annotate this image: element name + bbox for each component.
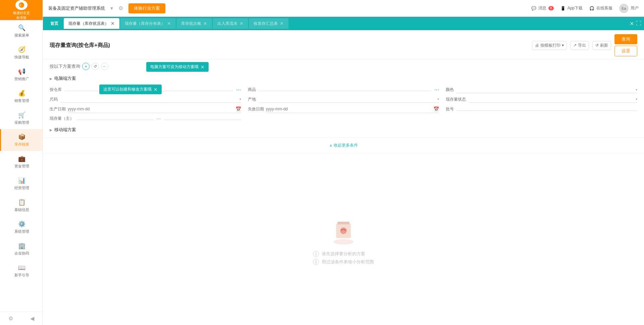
size-label: 尺码 xyxy=(50,97,58,102)
sidebar-item-purchase[interactable]: 🛒 采购管理 xyxy=(0,107,43,129)
filter-arrow-btn[interactable]: ← xyxy=(101,63,108,70)
qty-min-input[interactable] xyxy=(76,117,154,120)
tab-inventory-dist[interactable]: 现存量（库存分布表） ✕ xyxy=(120,18,176,29)
tab-inventory-status-close[interactable]: ✕ xyxy=(111,21,115,26)
sidebar-item-inventory[interactable]: 📦 库存核算 xyxy=(0,129,43,151)
tooltip-scheme-close[interactable]: ✕ xyxy=(201,64,205,70)
settings-bottom-icon[interactable]: ⚙ xyxy=(8,315,13,322)
filter-row-4: 现存量（主） — xyxy=(50,116,637,121)
sidebar-item-sales[interactable]: 💰 销售管理 xyxy=(0,86,43,107)
app-download-item[interactable]: 📱 App下载 xyxy=(560,5,583,11)
origin-filter: 产地 ▾ xyxy=(248,96,439,103)
settings-icon[interactable]: ⚙ xyxy=(118,5,123,11)
warehouse-dots-icon[interactable]: ··· xyxy=(236,86,241,93)
sidebar-item-label: 快捷导航 xyxy=(14,55,29,60)
origin-dropdown-icon: ▾ xyxy=(437,97,439,101)
filter-label-text: 按以下方案查询 xyxy=(50,63,80,69)
tab-inventory-dist-close[interactable]: ✕ xyxy=(167,21,171,26)
tab-inventory-dist-label: 现存量（库存分布表） xyxy=(125,21,165,26)
system-dropdown-icon[interactable]: ▾ xyxy=(110,5,113,11)
online-support-label: 在线客服 xyxy=(596,5,612,11)
sidebar-item-search[interactable]: 🔍 搜索菜单 xyxy=(0,20,43,42)
empty-step-2: 2 用过滤条件来缩小分析范围 xyxy=(313,259,374,265)
svg-point-7 xyxy=(344,229,346,230)
size-select[interactable]: ▾ xyxy=(60,96,241,103)
empty-steps: 1 请先选择要分析的方案 2 用过滤条件来缩小分析范围 xyxy=(313,251,374,265)
batch-filter: 批号 xyxy=(446,106,637,112)
inventory-icon: 📦 xyxy=(18,133,25,141)
logo-text: 畅通好生意 标准版 xyxy=(13,11,30,20)
tab-inventory-status[interactable]: 现存量（库存状况表） ✕ xyxy=(64,18,119,29)
sidebar-item-guide[interactable]: 📖 新手引导 xyxy=(0,260,43,282)
tree-item-mobile[interactable]: ▶ 移动端方案 xyxy=(50,125,637,134)
empty-illustration xyxy=(327,213,360,247)
tabbar: 首页 现存量（库存状况表） ✕ 现存量（库存分布表） ✕ 库存批次账 ✕ 出入库… xyxy=(43,17,644,30)
produce-date-calendar-icon[interactable]: 📅 xyxy=(235,106,241,112)
sidebar-item-system[interactable]: ⚙️ 系统管理 xyxy=(0,216,43,238)
sidebar-item-operation[interactable]: 📊 经营管理 xyxy=(0,173,43,195)
export-label: 导出 xyxy=(578,43,586,48)
qty-main-label: 现存量（主） xyxy=(50,116,74,121)
tab-batch-account-label: 库存批次账 xyxy=(181,21,201,26)
enterprise-icon: 🏢 xyxy=(18,242,25,250)
tab-collect-summary[interactable]: 收发存汇总表 ✕ xyxy=(249,18,288,29)
produce-date-filter: 生产日期 📅 xyxy=(50,105,241,113)
online-support-item[interactable]: 🎧 在线客服 xyxy=(589,5,612,11)
qty-main-filter: 现存量（主） — xyxy=(50,116,241,121)
origin-select[interactable]: ▾ xyxy=(259,96,439,103)
tree-arrow-icon: ▶ xyxy=(50,77,52,80)
basic-icon: 📋 xyxy=(18,199,25,206)
sidebar-item-basic[interactable]: 📋 基础信息 xyxy=(0,195,43,216)
collapse-sidebar-icon[interactable]: ◀ xyxy=(30,315,34,322)
template-print-btn[interactable]: 🖨 按模板打印 ▾ xyxy=(532,41,567,50)
tab-collect-summary-close[interactable]: ✕ xyxy=(280,21,284,26)
filter-add-btn[interactable]: + xyxy=(82,63,90,70)
origin-label: 产地 xyxy=(248,97,256,102)
expire-date-input[interactable] xyxy=(266,105,432,113)
stock-status-select[interactable]: ▾ xyxy=(469,96,637,103)
query-btn[interactable]: 查询 xyxy=(614,34,637,44)
industry-btn[interactable]: 体验行业方案 xyxy=(128,3,165,13)
tab-inout-flow-label: 出入库流水 xyxy=(217,21,237,26)
sidebar-item-enterprise[interactable]: 🏢 企业协同 xyxy=(0,238,43,260)
expire-date-label: 失效日期 xyxy=(248,106,264,112)
expire-date-input-wrap: 📅 xyxy=(266,105,439,113)
print-icon: 🖨 xyxy=(535,43,539,48)
empty-step-1: 1 请先选择要分析的方案 xyxy=(313,251,374,257)
product-filter: 商品 ··· xyxy=(248,86,439,93)
settings-btn[interactable]: 设置 xyxy=(614,46,637,56)
qty-max-input[interactable] xyxy=(164,117,241,120)
sidebar-item-label: 系统管理 xyxy=(14,229,29,234)
sidebar-item-marketing[interactable]: 📢 营销推广 xyxy=(0,64,43,86)
maximize-icon[interactable]: ⛶ xyxy=(636,20,641,26)
tab-inout-flow[interactable]: 出入库流水 ✕ xyxy=(213,18,248,29)
color-select[interactable]: ▾ xyxy=(457,87,637,93)
step-1-text: 请先选择要分析的方案 xyxy=(322,251,365,257)
export-btn[interactable]: ↗ 导出 xyxy=(570,41,589,50)
filter-refresh-btn[interactable]: ↺ xyxy=(92,63,99,70)
tooltip-create-close[interactable]: ✕ xyxy=(154,87,158,92)
message-item[interactable]: 💬 消息 8 xyxy=(531,5,554,11)
tab-batch-account[interactable]: 库存批次账 ✕ xyxy=(176,18,212,29)
tab-inout-flow-close[interactable]: ✕ xyxy=(239,21,244,26)
sidebar-item-finance[interactable]: 💼 资金管理 xyxy=(0,151,43,173)
expire-date-calendar-icon[interactable]: 📅 xyxy=(433,106,439,112)
filter-section: 按以下方案查询 + ↺ ← 电脑方案可设为移动方案哦 ✕ ▶ 电脑端方案 这里可… xyxy=(43,59,644,84)
refresh-btn[interactable]: ↺ 刷新 xyxy=(592,41,611,50)
tab-home[interactable]: 首页 xyxy=(46,18,63,29)
sidebar: 6 畅通好生意 标准版 🔍 搜索菜单 🧭 快捷导航 📢 营销推广 💰 销售管理 … xyxy=(0,0,43,325)
produce-date-input[interactable] xyxy=(68,105,234,113)
product-dots-icon[interactable]: ··· xyxy=(434,86,439,93)
batch-input[interactable] xyxy=(457,108,637,111)
collapse-btn[interactable]: ∧ 收起更多条件 xyxy=(327,140,361,151)
user-item[interactable]: Ea 用户 xyxy=(619,4,639,13)
tree-item-desktop[interactable]: ▶ 电脑端方案 xyxy=(50,74,637,83)
sidebar-item-quick[interactable]: 🧭 快捷导航 xyxy=(0,42,43,64)
filter-row-3: 生产日期 📅 失效日期 📅 批号 xyxy=(50,105,637,113)
close-all-tabs-icon[interactable]: ✕ xyxy=(630,20,634,27)
guide-icon: 📖 xyxy=(18,264,25,271)
product-input-area[interactable] xyxy=(259,88,432,91)
purchase-icon: 🛒 xyxy=(18,111,25,119)
tooltip-create-scheme: 这里可以创建和修改方案哦 ✕ xyxy=(99,85,162,94)
tab-batch-account-close[interactable]: ✕ xyxy=(203,21,207,26)
